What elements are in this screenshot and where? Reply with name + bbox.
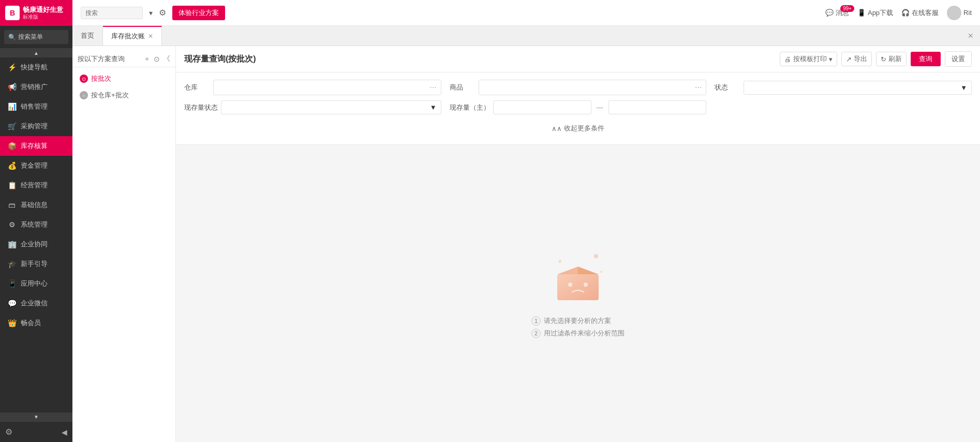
filter-status: 状态 ▼ xyxy=(715,81,972,95)
new-user-icon: 🎓 xyxy=(7,260,17,268)
status-select[interactable]: ▼ xyxy=(744,81,972,95)
sidebar-item-label: 营销推广 xyxy=(21,82,48,92)
scheme-item-by-warehouse-batch[interactable]: ○ 按仓库+批次 xyxy=(72,87,175,104)
svg-point-7 xyxy=(600,271,602,273)
qty-dash: — xyxy=(595,104,605,111)
app-name: 畅康通好生意 xyxy=(23,6,63,14)
page-header: 现存量查询(按批次) 🖨 按模板打印 ▾ ↗ 导出 ↻ 刷新 xyxy=(176,46,980,72)
scheme-item-label: 按批次 xyxy=(91,74,111,83)
inventory-qty-to[interactable] xyxy=(608,100,707,114)
left-panel: 按以下方案查询 ＋ ⊙ 《 ⊙ 按批次 ○ 按仓库+批次 xyxy=(72,46,176,442)
topbar-dropdown-icon[interactable]: ▾ xyxy=(149,9,153,17)
step-1-text: 请先选择要分析的方案 xyxy=(544,316,611,326)
topbar-gear-icon[interactable]: ⚙ xyxy=(159,8,166,18)
tab-home-label: 首页 xyxy=(81,31,94,40)
tab-inventory-batch[interactable]: 库存批次账 ✕ xyxy=(103,26,162,46)
filter-row-2: 现存量状态 ▼ 现存量（主） — xyxy=(184,100,972,114)
online-service-item[interactable]: 🎧 在线客服 xyxy=(901,8,939,18)
tab-home[interactable]: 首页 xyxy=(72,26,103,46)
sidebar-scroll-down[interactable]: ▼ xyxy=(0,412,72,421)
collapse-panel-icon[interactable]: 《 xyxy=(163,54,170,64)
sidebar-item-basic-info[interactable]: 🗃 基础信息 xyxy=(0,195,72,215)
topbar-search-input[interactable] xyxy=(81,7,143,19)
export-button[interactable]: ↗ 导出 xyxy=(841,52,872,66)
tab-close-icon[interactable]: ✕ xyxy=(148,33,153,40)
empty-state: 1 请先选择要分析的方案 2 用过滤条件来缩小分析范围 xyxy=(176,145,980,442)
inactive-scheme-dot: ○ xyxy=(80,91,88,99)
warehouse-input[interactable]: ··· xyxy=(213,80,441,95)
warehouse-dots[interactable]: ··· xyxy=(429,83,436,92)
app-download-icon: 📱 xyxy=(857,9,866,17)
sidebar-item-label: 系统管理 xyxy=(21,220,48,229)
finance-icon: 💰 xyxy=(7,161,17,170)
scheme-item-by-batch[interactable]: ⊙ 按批次 xyxy=(72,70,175,87)
step-1-num: 1 xyxy=(531,316,541,326)
svg-rect-0 xyxy=(557,274,599,300)
inventory-qty-from[interactable] xyxy=(493,100,591,114)
app-version: 标准版 xyxy=(23,14,63,20)
sidebar-item-member[interactable]: 👑 畅会员 xyxy=(0,313,72,333)
app-title-area: 畅康通好生意 标准版 xyxy=(23,6,63,20)
sidebar-item-marketing[interactable]: 📢 营销推广 xyxy=(0,77,72,97)
sidebar-item-purchase[interactable]: 🛒 采购管理 xyxy=(0,116,72,136)
print-dropdown-icon[interactable]: ▾ xyxy=(829,55,833,63)
sidebar-item-label: 企业协同 xyxy=(21,240,48,249)
sidebar-item-inventory[interactable]: 📦 库存核算 xyxy=(0,136,72,156)
search-menu-button[interactable]: 🔍 搜索菜单 xyxy=(4,30,68,44)
step-2-num: 2 xyxy=(531,329,541,338)
product-input[interactable]: ··· xyxy=(479,80,707,95)
sidebar-item-label: 企业微信 xyxy=(21,299,48,308)
online-service-icon: 🎧 xyxy=(901,9,910,17)
collapse-sidebar-icon[interactable]: ◀ xyxy=(62,428,67,436)
query-button[interactable]: 查询 xyxy=(911,52,941,66)
app-center-icon: 📱 xyxy=(7,279,17,288)
settings-button[interactable]: 设置 xyxy=(945,51,972,67)
app-download-item[interactable]: 📱 App下载 xyxy=(857,8,893,18)
tab-close-main-icon[interactable]: ✕ xyxy=(961,32,980,40)
collapse-more-btn[interactable]: ∧∧ 收起更多条件 xyxy=(184,120,972,137)
experience-button[interactable]: 体验行业方案 xyxy=(172,6,225,20)
status-chevron-icon: ▼ xyxy=(960,84,967,92)
sidebar-item-label: 畅会员 xyxy=(21,318,41,328)
export-icon: ↗ xyxy=(846,55,852,63)
sidebar-item-sales[interactable]: 📊 销售管理 xyxy=(0,97,72,116)
message-icon: 💬 xyxy=(825,9,834,17)
left-panel-title: 按以下方案查询 xyxy=(78,54,125,64)
scheme-settings-icon[interactable]: ⊙ xyxy=(154,55,160,63)
warehouse-label: 仓库 xyxy=(184,83,210,92)
sidebar-item-system[interactable]: ⚙ 系统管理 xyxy=(0,215,72,234)
filter-inventory-qty: 现存量（主） — xyxy=(450,100,707,114)
sidebar-item-label: 应用中心 xyxy=(21,279,48,288)
refresh-icon: ↻ xyxy=(881,55,886,63)
sidebar-item-app-center[interactable]: 📱 应用中心 xyxy=(0,274,72,293)
sidebar-item-finance[interactable]: 💰 资金管理 xyxy=(0,156,72,175)
basic-info-icon: 🗃 xyxy=(7,201,17,209)
sidebar-item-wechat[interactable]: 💬 企业微信 xyxy=(0,293,72,313)
sidebar-item-label: 经营管理 xyxy=(21,181,48,190)
filter-product: 商品 ··· xyxy=(450,80,707,95)
purchase-icon: 🛒 xyxy=(7,122,17,130)
refresh-button[interactable]: ↻ 刷新 xyxy=(876,52,907,66)
add-scheme-icon[interactable]: ＋ xyxy=(143,54,151,64)
messages-item[interactable]: 💬 消息 99+ xyxy=(825,8,849,18)
sidebar-scroll-up[interactable]: ▲ xyxy=(0,49,72,57)
sidebar-item-enterprise[interactable]: 🏢 企业协同 xyxy=(0,234,72,254)
left-panel-icons: ＋ ⊙ 《 xyxy=(143,54,170,64)
inventory-status-label: 现存量状态 xyxy=(184,103,218,112)
inventory-status-select[interactable]: ▼ xyxy=(221,100,441,114)
sidebar-item-label: 基础信息 xyxy=(21,200,48,210)
filter-area: 仓库 ··· 商品 ··· 状态 xyxy=(176,72,980,145)
settings-icon[interactable]: ⚙ xyxy=(5,427,12,437)
sidebar-item-quick-nav[interactable]: ⚡ 快捷导航 xyxy=(0,57,72,77)
sidebar-item-operations[interactable]: 📋 经营管理 xyxy=(0,175,72,195)
sidebar-item-new-user[interactable]: 🎓 新手引导 xyxy=(0,254,72,274)
online-service-label: 在线客服 xyxy=(912,8,939,18)
sidebar-header: B 畅康通好生意 标准版 xyxy=(0,0,72,26)
svg-point-3 xyxy=(568,283,572,287)
user-item[interactable]: Rit xyxy=(947,6,972,20)
sidebar-item-label: 销售管理 xyxy=(21,102,48,111)
product-dots[interactable]: ··· xyxy=(695,83,702,92)
step-2-text: 用过滤条件来缩小分析范围 xyxy=(544,329,625,338)
topbar-right: 💬 消息 99+ 📱 App下载 🎧 在线客服 Rit xyxy=(825,6,972,20)
print-template-button[interactable]: 🖨 按模板打印 ▾ xyxy=(780,52,837,66)
